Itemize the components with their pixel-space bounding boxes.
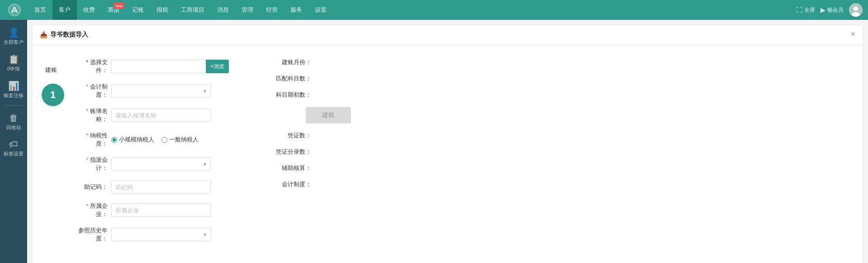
voucher-row: 凭证数：	[274, 132, 383, 140]
nav-item-account[interactable]: 记账	[126, 0, 150, 20]
aux-accounting-label: 辅助核算：	[274, 164, 315, 172]
sidebar-item-label: 标签设置	[4, 150, 24, 157]
general-taxpayer-input[interactable]	[161, 137, 167, 143]
tag-icon: 🏷	[9, 139, 18, 150]
vip-btn[interactable]: ▶ 畅会员	[821, 6, 844, 14]
new-badge: new	[114, 3, 124, 9]
file-row: * 选择文件： +浏览	[75, 58, 256, 75]
vip-label: 畅会员	[827, 6, 844, 14]
panel-title: 导爷数据导入	[50, 31, 88, 39]
small-taxpayer-radio[interactable]: 小规模纳税人	[111, 136, 154, 144]
browse-button[interactable]: +浏览	[206, 60, 229, 73]
subject-init-row: 科目期初数：	[274, 91, 383, 99]
sidebar-item-all-clients[interactable]: 👤 全部客户	[1, 23, 26, 48]
import-panel: 📥 导爷数据导入 × 建账 1 * 选择文件：	[33, 25, 863, 263]
aux-accounting-row: 辅助核算：	[274, 164, 383, 172]
logo	[5, 0, 24, 20]
memo-label: 助记码：	[75, 183, 111, 191]
fullscreen-label: 全屏	[804, 6, 815, 14]
nav-item-message[interactable]: 消息	[211, 0, 235, 20]
sidebar-item-label: 全部客户	[4, 39, 24, 46]
info-panel: 建账月份： 匹配科目数： 科目期初数： 建账	[256, 58, 383, 251]
voucher-entries-label: 凭证分录数：	[274, 148, 315, 156]
file-label: * 选择文件：	[75, 58, 111, 75]
ledger-name-label: 账簿名称：	[75, 107, 111, 123]
file-input-wrap: +浏览	[111, 60, 229, 73]
accountant-select[interactable]	[111, 157, 211, 171]
nav-items: 首页 客户 收费 票据 new 记账 报税 工商项目 消息 管理 经营 服务 设…	[28, 0, 796, 20]
fullscreen-icon: ⛶	[796, 6, 802, 14]
small-taxpayer-label: 小规模纳税人	[119, 136, 154, 144]
accountant-row: 指派会计： ▼	[75, 156, 256, 172]
history-year-label: 参照历史年度：	[75, 226, 111, 243]
sidebar-item-label: 账套迁移	[4, 92, 24, 99]
nav-right: ⛶ 全屏 ▶ 畅会员	[796, 3, 863, 17]
avatar[interactable]	[849, 3, 863, 17]
nav-item-service[interactable]: 服务	[284, 0, 308, 20]
memo-input[interactable]	[111, 180, 211, 194]
build-month-label: 建账月份：	[274, 58, 315, 66]
sidebar-item-label: 回收站	[6, 124, 21, 131]
step-section: 建账 1 * 选择文件： +浏览	[42, 58, 256, 251]
ledger-name-row: 账簿名称：	[75, 107, 256, 123]
company-row: 所属企业：	[75, 202, 256, 218]
small-taxpayer-input[interactable]	[111, 137, 117, 143]
sidebar-item-tag-settings[interactable]: 🏷 标签设置	[1, 136, 26, 160]
declaration-icon: 📋	[8, 54, 19, 65]
layout: 👤 全部客户 📋 0申报 📊 账套迁移 🗑 回收站 🏷 标签设置 📥 导爷数据导…	[0, 20, 868, 263]
recycle-icon: 🗑	[9, 113, 18, 123]
history-year-row: 参照历史年度： ▼	[75, 226, 256, 243]
tax-type-radio-group: 小规模纳税人 一般纳税人	[111, 136, 199, 144]
ledger-name-input[interactable]	[111, 108, 211, 122]
main-content: 📥 导爷数据导入 × 建账 1 * 选择文件：	[27, 20, 868, 263]
history-year-select[interactable]	[111, 228, 211, 241]
vip-icon: ▶	[821, 6, 825, 14]
build-button[interactable]: 建账	[306, 107, 351, 123]
match-subject-label: 匹配科目数：	[274, 75, 315, 83]
tax-type-label: 纳税性质：	[75, 132, 111, 148]
nav-item-industry[interactable]: 工商项目	[175, 0, 211, 20]
sidebar-item-label: 0申报	[7, 66, 20, 72]
nav-item-home[interactable]: 首页	[28, 0, 52, 20]
panel-header: 📥 导爷数据导入 ×	[33, 25, 863, 45]
sidebar-item-account-migration[interactable]: 📊 账套迁移	[1, 77, 26, 102]
close-button[interactable]: ×	[850, 30, 855, 38]
general-taxpayer-radio[interactable]: 一般纳税人	[161, 136, 199, 144]
step-label: 建账	[45, 63, 57, 77]
nav-item-operation[interactable]: 经营	[260, 0, 284, 20]
import-icon: 📥	[40, 31, 47, 38]
accounting-system-wrap: ▼	[111, 84, 211, 98]
company-input[interactable]	[111, 203, 211, 217]
sidebar-divider	[5, 105, 23, 106]
step-badge: 1	[42, 84, 64, 106]
panel-body: 建账 1 * 选择文件： +浏览	[33, 45, 863, 263]
build-month-row: 建账月份：	[274, 58, 383, 66]
accountant-wrap: ▼	[111, 157, 211, 171]
accounting-system-label: 会计制度：	[75, 83, 111, 99]
sidebar: 👤 全部客户 📋 0申报 📊 账套迁移 🗑 回收站 🏷 标签设置	[0, 20, 27, 263]
nav-item-tax[interactable]: 报税	[150, 0, 175, 20]
voucher-label: 凭证数：	[274, 132, 315, 140]
build-btn-area: 建账	[274, 107, 383, 123]
info-accounting-system-label: 会计制度：	[274, 180, 315, 188]
accountant-label: 指派会计：	[75, 156, 111, 172]
company-label: 所属企业：	[75, 202, 111, 218]
voucher-entries-row: 凭证分录数：	[274, 148, 383, 156]
migration-icon: 📊	[8, 80, 19, 91]
sidebar-item-declaration[interactable]: 📋 0申报	[1, 50, 26, 75]
svg-point-0	[9, 4, 20, 16]
file-input[interactable]	[111, 60, 206, 73]
form-area: * 选择文件： +浏览 会计制度：	[75, 58, 256, 251]
history-year-wrap: ▼	[111, 228, 211, 241]
accounting-system-select[interactable]	[111, 84, 211, 98]
nav-item-manage[interactable]: 管理	[235, 0, 260, 20]
nav-item-client[interactable]: 客户	[52, 0, 77, 20]
accounting-system-row: 会计制度： ▼	[75, 83, 256, 99]
nav-item-invoice[interactable]: 票据 new	[101, 0, 126, 20]
match-subject-row: 匹配科目数：	[274, 75, 383, 83]
nav-item-settings[interactable]: 设置	[308, 0, 333, 20]
subject-init-label: 科目期初数：	[274, 91, 315, 99]
fullscreen-btn[interactable]: ⛶ 全屏	[796, 6, 815, 14]
nav-item-fee[interactable]: 收费	[77, 0, 101, 20]
sidebar-item-recycle[interactable]: 🗑 回收站	[1, 109, 26, 134]
